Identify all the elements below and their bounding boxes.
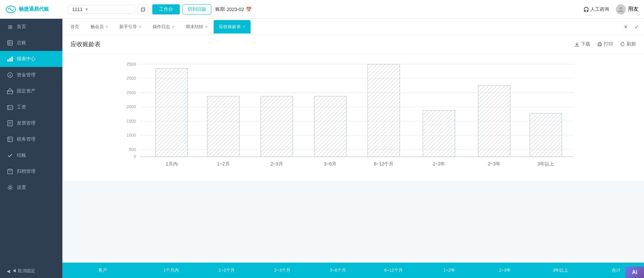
svg-rect-55 — [530, 113, 562, 157]
svg-text:2500: 2500 — [126, 62, 136, 67]
expand-tab-button[interactable]: ⤢ — [632, 22, 641, 31]
chart-wrapper: 2500 2500 2500 2000 1500 1000 500 0 — [69, 61, 631, 175]
home-icon: ⊞ — [7, 23, 13, 30]
funds-icon: ¥ — [7, 72, 13, 78]
company-selector[interactable]: 1111 ▼ — [68, 5, 135, 14]
tab-close-icon[interactable]: × — [172, 24, 174, 29]
unpin-label: ◀ 取消固定 — [12, 268, 35, 274]
sidebar-item-salary[interactable]: ¥ 工资 — [0, 99, 62, 115]
th-3-6month: 3~6个月 — [310, 267, 366, 273]
workbench-button[interactable]: 工作台 — [152, 4, 180, 14]
svg-text:0: 0 — [133, 154, 136, 159]
consult-label: 人工咨询 — [590, 6, 609, 12]
user-area[interactable]: 用友 — [616, 4, 639, 14]
svg-text:1~2月: 1~2月 — [217, 161, 229, 166]
sidebar-item-tax[interactable]: 税务管理 — [0, 131, 62, 147]
main-layout: ⊞ 首页 总账 报表中心 ¥ 资金管理 — [0, 19, 644, 278]
svg-rect-48 — [156, 68, 188, 157]
sidebar: ⊞ 首页 总账 报表中心 ¥ 资金管理 — [0, 19, 62, 278]
copy-button[interactable] — [138, 4, 148, 15]
sidebar-item-label: 结账 — [17, 152, 26, 158]
tab-close-icon[interactable]: × — [243, 24, 245, 29]
logo-icon — [5, 4, 16, 15]
tab-label: 首页 — [70, 24, 79, 30]
svg-text:2~3年: 2~3年 — [488, 161, 500, 166]
print-label: 打印 — [604, 41, 613, 47]
svg-text:2500: 2500 — [126, 90, 136, 95]
svg-text:1~2年: 1~2年 — [433, 161, 445, 166]
sidebar-item-reports[interactable]: 报表中心 — [0, 51, 62, 67]
sidebar-item-archive[interactable]: 归档管理 — [0, 163, 62, 180]
consult-button[interactable]: 🎧 人工咨询 — [583, 6, 609, 12]
chevron-down-icon: ▼ — [85, 7, 89, 12]
page-content: 应收账龄表 下载 打印 刷新 — [62, 35, 644, 278]
top-header: 畅捷通易代账 1111 ▼ 工作台 切到旧版 账期 2023-02 📅 🎧 人工… — [0, 0, 644, 19]
sidebar-item-label: 报表中心 — [17, 56, 36, 62]
sidebar-item-invoice[interactable]: 发票管理 — [0, 115, 62, 131]
tabs-bar: 首页 畅会员 × 新手引导 × 操作日志 × 期末结转 × 应收账龄表 × — [62, 19, 644, 35]
period-area: 账期 2023-02 📅 — [215, 6, 252, 12]
close-tab-button[interactable]: ✕ — [621, 22, 631, 31]
svg-text:1月内: 1月内 — [166, 161, 178, 166]
switch-version-button[interactable]: 切到旧版 — [182, 4, 211, 14]
page-title-bar: 应收账龄表 下载 打印 刷新 — [62, 35, 644, 54]
svg-rect-29 — [599, 45, 601, 46]
sidebar-item-ledger[interactable]: 总账 — [0, 35, 62, 51]
svg-text:6~12个月: 6~12个月 — [374, 161, 393, 166]
print-button[interactable]: 打印 — [597, 41, 613, 47]
svg-text:2500: 2500 — [126, 76, 136, 81]
sidebar-item-checkout[interactable]: 结账 — [0, 147, 62, 163]
copy-icon — [140, 7, 146, 12]
svg-rect-8 — [7, 59, 9, 62]
avatar — [616, 4, 626, 14]
th-2-3year: 2~3年 — [477, 267, 533, 273]
tab-close-icon[interactable]: × — [106, 24, 108, 29]
sidebar-item-assets[interactable]: 固定资产 — [0, 83, 62, 99]
headphone-icon: 🎧 — [583, 7, 589, 12]
logo-area: 畅捷通易代账 — [5, 4, 68, 15]
chart-container: 2500 2500 2500 2000 1500 1000 500 0 — [62, 54, 644, 181]
sidebar-item-label: 资金管理 — [17, 72, 36, 78]
logo-text: 畅捷通易代账 — [19, 6, 49, 12]
tab-log[interactable]: 操作日志 × — [147, 20, 180, 33]
download-button[interactable]: 下载 — [574, 41, 590, 47]
sidebar-item-label: 发票管理 — [17, 120, 36, 126]
tab-label: 期末结转 — [186, 24, 203, 30]
tab-period-end[interactable]: 期末结转 × — [180, 20, 213, 33]
svg-rect-51 — [314, 96, 346, 157]
svg-text:3~6月: 3~6月 — [324, 161, 336, 166]
th-3year-plus: 3年以上 — [533, 267, 588, 273]
tab-member[interactable]: 畅会员 × — [85, 20, 113, 33]
tab-close-icon[interactable]: × — [205, 24, 208, 29]
sidebar-item-label: 设置 — [17, 185, 26, 191]
settings-icon — [7, 184, 13, 191]
sidebar-footer[interactable]: ◀ ◀ 取消固定 — [0, 264, 62, 278]
svg-marker-14 — [7, 88, 13, 91]
calendar-icon[interactable]: 📅 — [246, 7, 252, 12]
tab-aging[interactable]: 应收账龄表 × — [214, 20, 251, 33]
tab-label: 应收账龄表 — [219, 24, 241, 30]
svg-rect-50 — [261, 96, 293, 157]
page-title: 应收账龄表 — [70, 40, 101, 48]
sidebar-item-funds[interactable]: ¥ 资金管理 — [0, 67, 62, 83]
chart-svg: 2500 2500 2500 2000 1500 1000 500 0 — [69, 61, 631, 175]
download-label: 下载 — [581, 41, 590, 47]
tab-guide[interactable]: 新手引导 × — [114, 20, 147, 33]
refresh-button[interactable]: 刷新 — [620, 41, 636, 47]
sidebar-item-home[interactable]: ⊞ 首页 — [0, 19, 62, 35]
unpin-icon: ◀ — [7, 269, 10, 274]
ai-badge[interactable]: Ai — [625, 267, 644, 278]
tab-home[interactable]: 首页 — [65, 20, 85, 33]
print-icon — [597, 42, 602, 47]
sidebar-item-label: 工资 — [17, 104, 26, 110]
sidebar-item-label: 首页 — [17, 24, 26, 30]
sidebar-item-label: 总账 — [17, 40, 26, 46]
tab-close-icon[interactable]: × — [139, 24, 141, 29]
download-icon — [574, 42, 580, 47]
svg-rect-10 — [11, 57, 13, 62]
reports-icon — [7, 56, 13, 62]
sidebar-item-settings[interactable]: 设置 — [0, 180, 62, 196]
user-name: 用友 — [628, 6, 639, 13]
svg-point-26 — [9, 187, 11, 189]
svg-rect-2 — [142, 7, 145, 11]
